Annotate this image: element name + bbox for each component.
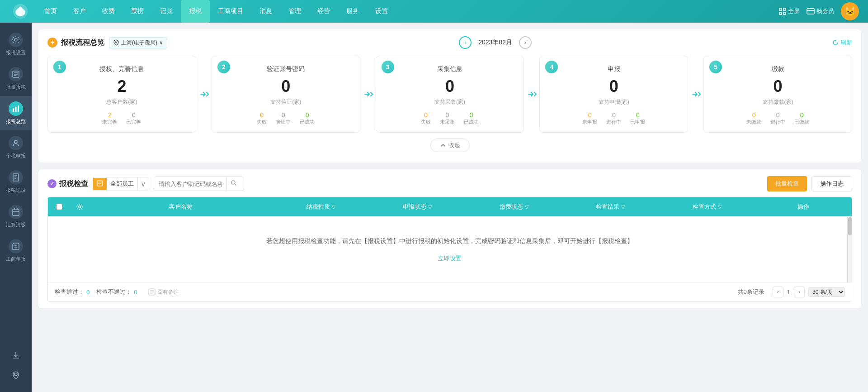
empty-message: 若您想使用报税检查功能，请先在【报税设置】中进行报税的初始化设置，完成密码验证和… [248, 216, 651, 282]
nav-home[interactable]: 首页 [36, 0, 65, 23]
nav-manage[interactable]: 管理 [280, 0, 309, 23]
svg-rect-4 [783, 12, 786, 14]
nav-biz[interactable]: 工商项目 [210, 0, 251, 23]
note-indicator: 囧有备注 [148, 288, 179, 296]
step-4-title: 申报 [547, 65, 681, 73]
step-1-label: 总客户数(家) [55, 98, 189, 106]
svg-rect-2 [783, 8, 786, 10]
top-navigation: 首页 客户 收费 票据 记账 报税 工商项目 消息 管理 经营 服务 设置 全屏… [0, 0, 868, 23]
th-checkbox[interactable] [48, 197, 71, 216]
prev-month-button[interactable]: ‹ [459, 36, 472, 49]
sidebar-item-overview[interactable]: 报税总览 [0, 96, 32, 130]
main-layout: 报税设置 批量报税 报税总览 个税申报 报税记录 [0, 23, 868, 392]
filter-icon-pay-status[interactable]: ▽ [525, 204, 528, 210]
sidebar-download[interactable] [0, 345, 32, 365]
scrollbar-thumb[interactable] [848, 217, 852, 235]
step-5-stat-2: 0 已缴款 [794, 111, 809, 125]
setup-link[interactable]: 立即设置 [438, 255, 462, 262]
svg-rect-5 [807, 9, 814, 14]
step-4-card: 4 申报 0 支持申报(家) 0 未申报 0 进行中 [539, 56, 688, 133]
step-1-stat-0: 2 未完善 [102, 111, 117, 125]
filter-icon-tax-type[interactable]: ▽ [332, 204, 335, 210]
search-input[interactable] [154, 178, 226, 190]
svg-rect-8 [13, 108, 14, 112]
staff-icon [93, 178, 107, 190]
page-size-select[interactable]: 30 条/页 50 条/页 100 条/页 [808, 287, 845, 297]
nav-service[interactable]: 服务 [338, 0, 367, 23]
table-body: 若您想使用报税检查功能，请先在【报税设置】中进行报税的初始化设置，完成密码验证和… [48, 216, 852, 282]
step-1-stat-1: 0 已完善 [126, 111, 141, 125]
fail-count-link[interactable]: 0 [134, 289, 137, 296]
pass-count-link[interactable]: 0 [86, 289, 90, 296]
sidebar-item-tax-settings[interactable]: 报税设置 [0, 27, 32, 62]
sidebar-location[interactable] [0, 365, 32, 385]
step-1-count: 2 [55, 77, 189, 96]
nav-fee[interactable]: 收费 [94, 0, 123, 23]
nav-invoice[interactable]: 票据 [123, 0, 152, 23]
nav-operation[interactable]: 经营 [309, 0, 338, 23]
th-tax-type: 纳税性质 ▽ [273, 197, 369, 216]
step-4-count: 0 [547, 77, 681, 96]
check-icon: ✓ [47, 179, 57, 188]
nav-customer[interactable]: 客户 [65, 0, 94, 23]
nav-accounting[interactable]: 记账 [152, 0, 181, 23]
check-header: ✓ 报税检查 全部员工 ∨ 批量检查 [47, 176, 852, 191]
th-check-method: 检查方式 ▽ [659, 197, 755, 216]
collapse-button[interactable]: 收起 [430, 139, 470, 152]
step-3-stats: 0 失败 0 未采集 0 已成功 [383, 111, 517, 125]
sidebar: 报税设置 批量报税 报税总览 个税申报 报税记录 [0, 23, 32, 392]
prev-page-button[interactable]: ‹ [773, 287, 783, 297]
search-box [154, 177, 244, 191]
th-report-status: 申报状态 ▽ [369, 197, 466, 216]
staff-selector[interactable]: 全部员工 ∨ [93, 177, 149, 191]
th-gear[interactable] [71, 197, 89, 216]
month-navigation: ‹ 2023年02月 › [459, 36, 532, 49]
th-pay-status: 缴费状态 ▽ [466, 197, 562, 216]
svg-rect-9 [15, 107, 17, 112]
nav-message[interactable]: 消息 [251, 0, 280, 23]
filter-icon-check-result[interactable]: ▽ [621, 204, 625, 210]
fullscreen-button[interactable]: 全屏 [779, 7, 800, 15]
step-4-stat-1: 0 进行中 [606, 111, 621, 125]
step-2-number: 2 [217, 61, 230, 73]
sidebar-item-tax-record[interactable]: 报税记录 [0, 165, 32, 199]
arrow-3 [524, 56, 539, 133]
sidebar-item-personal-tax[interactable]: 个税申报 [0, 130, 32, 165]
svg-rect-13 [13, 209, 19, 215]
step-4-stat-2: 0 已申报 [630, 111, 645, 125]
nav-tax[interactable]: 报税 [181, 0, 210, 23]
next-month-button[interactable]: › [519, 36, 532, 49]
step-2-title: 验证账号密码 [219, 65, 353, 73]
sidebar-item-annual[interactable]: 汇算清缴 [0, 199, 32, 234]
svg-point-18 [79, 206, 81, 208]
filter-icon-check-method[interactable]: ▽ [718, 204, 722, 210]
select-all-checkbox[interactable] [56, 204, 62, 210]
th-operation: 操作 [755, 197, 852, 216]
search-button[interactable] [226, 177, 241, 191]
operation-log-button[interactable]: 操作日志 [811, 176, 852, 191]
next-page-button[interactable]: › [794, 287, 805, 297]
svg-point-11 [14, 140, 17, 143]
step-5-stats: 0 未缴款 0 进行中 0 已缴款 [711, 111, 845, 125]
filter-icon-report-status[interactable]: ▽ [428, 204, 432, 210]
refresh-button[interactable]: 刷新 [832, 38, 852, 47]
member-button[interactable]: 畅会员 [807, 7, 834, 15]
step-1-card: 1 授权、完善信息 2 总客户数(家) 2 未完善 0 已完善 [47, 56, 196, 133]
sidebar-item-annual-report[interactable]: 工商年报 [0, 234, 32, 268]
annual-report-icon [9, 239, 23, 253]
arrow-2 [360, 56, 376, 133]
nav-right: 全屏 畅会员 🐱 [779, 2, 859, 20]
mascot-avatar: 🐱 [841, 2, 859, 20]
sidebar-item-batch-tax[interactable]: 批量报税 [0, 62, 32, 96]
step-3-stat-0: 0 失败 [421, 111, 431, 125]
nav-settings[interactable]: 设置 [367, 0, 396, 23]
step-5-card: 5 缴款 0 支持缴款(家) 0 未缴款 0 进行中 [703, 56, 852, 133]
svg-rect-1 [779, 8, 782, 10]
location-selector[interactable]: 上海(电子税局) ∨ [109, 37, 167, 48]
step-3-stat-1: 0 未采集 [440, 111, 455, 125]
arrow-1 [196, 56, 212, 133]
table-footer: 检查通过： 0 检查不通过： 0 囧有备注 共0条记录 ‹ 1 [48, 282, 852, 301]
tax-settings-icon [9, 33, 23, 47]
batch-check-button[interactable]: 批量检查 [767, 176, 807, 191]
main-content: + 报税流程总览 上海(电子税局) ∨ ‹ 2023年02月 › 刷新 [32, 23, 868, 392]
